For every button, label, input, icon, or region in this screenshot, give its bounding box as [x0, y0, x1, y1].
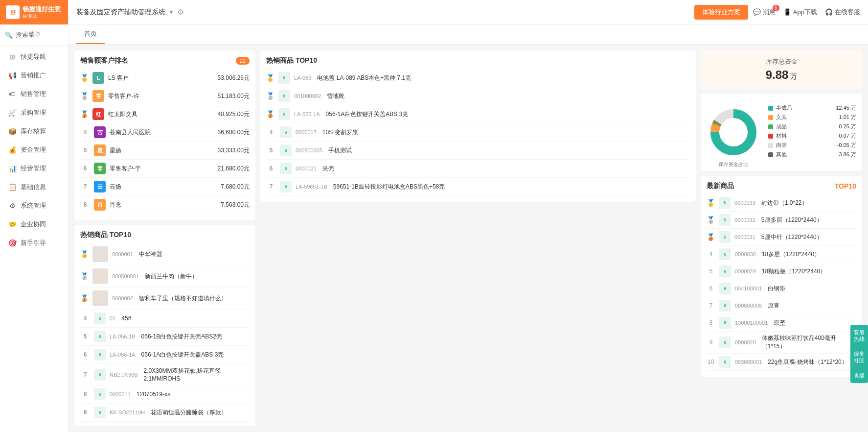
- home-icon: ⊞: [8, 52, 17, 61]
- sidebar-item-inventory-label: 库存核算: [21, 127, 46, 136]
- search-menu-label: 搜索菜单: [16, 30, 41, 39]
- hot-goods-middle-list: 🥇 6 LA-089 电池盖 LA-089 ABS本色+黑种 7.1克 🥈 6 …: [266, 69, 690, 196]
- online-service-button[interactable]: 🎧 在线客服: [825, 8, 860, 17]
- topbar-right: 💬 消息 6 📱 App下载 🎧 在线客服: [753, 8, 860, 17]
- customer-ranking-title: 销售额客户排名: [80, 56, 128, 65]
- sidebar-item-marketing[interactable]: 📢 营销推广: [0, 66, 68, 85]
- product-code: 0000021: [296, 166, 317, 171]
- sidebar-item-guide[interactable]: 🎯 新手引导: [0, 234, 68, 252]
- sidebar: 好 畅捷通好生意 标准版 🔍 搜索菜单 ⊞ 快捷导航 📢 营销推广 🏷 销售管理…: [0, 0, 69, 432]
- dropdown-icon[interactable]: ▼: [168, 9, 174, 16]
- product-code: 001000002: [294, 93, 321, 99]
- gear-icon[interactable]: ⚙: [177, 7, 184, 17]
- cs-hotline-button[interactable]: 客服热线: [850, 325, 868, 347]
- notice-button[interactable]: 💬 消息 6: [753, 8, 776, 17]
- operation-icon: 📊: [8, 164, 17, 173]
- donut-chart: 库存资金占比: [707, 105, 760, 159]
- product-code: 0000028: [735, 339, 756, 345]
- product-code: NB2.0X30B: [110, 372, 137, 378]
- product-thumb: 6: [280, 126, 292, 138]
- legend-name: 半成品: [776, 104, 833, 112]
- product-image: 6: [94, 369, 106, 381]
- sidebar-item-sales[interactable]: 🏷 销售管理: [0, 85, 68, 103]
- inventory-unit: 万: [790, 72, 797, 81]
- rank-number: 10: [707, 359, 715, 365]
- new-product-item: 🥉 6 0000031 5厘中纤（1220*2440）: [707, 229, 856, 246]
- app-download-button[interactable]: 📱 App下载: [783, 8, 817, 17]
- inventory-value: 9.88: [766, 68, 789, 82]
- product-name: 封边带（1.0*22）: [761, 199, 856, 207]
- product-name: 2.0X30MM双搓花轴,搓花直径2.1MM/ROHS: [143, 367, 250, 382]
- customer-ranking-header: 销售额客户排名 22: [80, 56, 250, 65]
- customer-avatar: 星: [94, 144, 106, 156]
- customer-value: 7,680.00元: [221, 183, 250, 191]
- main-area: 装备及固定资产辅助管理系统 ▼ ⚙ 体验行业方案 💬 消息 6 📱 App下载 …: [69, 0, 868, 432]
- trial-button[interactable]: 体验行业方案: [694, 5, 748, 20]
- product-thumb: 6: [719, 317, 731, 329]
- notice-badge: 6: [773, 5, 779, 11]
- logo-icon: 好: [6, 5, 20, 19]
- product-image: 6: [94, 349, 106, 360]
- product-name: 10S 变割罗浆: [322, 128, 690, 137]
- hot-product-item: 9 6 KK-SD22110H 花语萌恒温分腿睡袋（厚款）: [80, 404, 250, 422]
- product-code: 10000100001: [735, 320, 768, 326]
- content-area: 销售额客户排名 22 🥇 L LS 客户 53,006.26元 🥈 零 零售客户…: [69, 45, 868, 432]
- customer-rank-item: 6 零 零售客户-于 21,680.00元: [80, 160, 250, 178]
- sidebar-logo: 好 畅捷通好生意 标准版: [0, 0, 68, 24]
- rank-number: 4: [80, 127, 90, 137]
- product-name: 雪地靴: [327, 92, 690, 100]
- hot-product-item: 4 6 01 45#: [80, 310, 250, 328]
- customer-ranking-card: 销售额客户排名 22 🥇 L LS 客户 53,006.26元 🥈 零 零售客户…: [74, 50, 255, 220]
- sidebar-item-inventory[interactable]: 📦 库存核算: [0, 122, 68, 141]
- customer-avatar: 苦: [94, 126, 106, 138]
- product-code: 000500001: [112, 273, 139, 279]
- logo-sub-text: 标准版: [23, 13, 61, 19]
- new-product-item: 🥈 6 0000032 5厘多层（1220*2440）: [707, 212, 856, 229]
- product-thumb: 6: [280, 163, 292, 174]
- cs-live-button[interactable]: 直播: [850, 368, 868, 383]
- product-name: 原垄: [774, 319, 856, 327]
- sidebar-item-system[interactable]: ⚙ 系统管理: [0, 196, 68, 215]
- product-code: 0000011: [110, 391, 131, 397]
- legend-item: 半成品 12.45 万: [768, 104, 856, 112]
- product-name: 手机测试: [328, 146, 690, 155]
- phone-icon: 📱: [783, 8, 791, 16]
- customer-avatar: 肖: [94, 199, 106, 211]
- new-product-item: 🥇 6 0000033 封边带（1.0*22）: [707, 194, 856, 212]
- sidebar-item-sales-label: 销售管理: [21, 90, 46, 98]
- customer-name: 苍南县人民医院: [110, 128, 214, 137]
- search-menu-button[interactable]: 🔍 搜索菜单: [5, 28, 63, 41]
- product-code: LA-056-1B: [110, 334, 136, 339]
- rank-number: 8: [80, 389, 90, 399]
- sidebar-item-cooperate[interactable]: 🤝 企业协同: [0, 215, 68, 234]
- customer-value: 7,563.00元: [221, 201, 250, 209]
- sidebar-item-purchase[interactable]: 🛒 采购管理: [0, 103, 68, 122]
- sidebar-item-guide-label: 新手引导: [21, 239, 46, 247]
- sidebar-item-base[interactable]: 📋 基础信息: [0, 178, 68, 196]
- product-name: 体嫩荔枝味苏打饮品400毫升（1*15）: [762, 334, 856, 351]
- customer-rank-item: 5 星 星扬 33,333.00元: [80, 142, 250, 160]
- inventory-label: 库存总资金: [708, 57, 855, 66]
- hot-goods-middle-item: 4 6 0000017 10S 变割罗浆: [266, 123, 690, 142]
- legend-color-dot: [768, 106, 773, 111]
- logo-main-text: 畅捷通好生意: [23, 5, 61, 13]
- legend-item: 肉类 -0.05 万: [768, 142, 856, 149]
- sidebar-item-operation[interactable]: 📊 经营管理: [0, 159, 68, 178]
- customer-name: LS 客户: [108, 74, 214, 82]
- new-product-item: 5 6 0000029 18颗粒板（1220*2440）: [707, 263, 856, 280]
- tab-home[interactable]: 首页: [76, 24, 105, 44]
- product-name: 智利车子里（规格不知道填什么）: [139, 294, 250, 303]
- cs-community-button[interactable]: 服务社区: [850, 346, 868, 368]
- sidebar-item-home[interactable]: ⊞ 快捷导航: [0, 48, 68, 66]
- customer-name: 肖念: [110, 201, 217, 209]
- product-code: 000800005: [296, 147, 322, 153]
- medal-icon: 🥇: [266, 74, 274, 82]
- hot-goods-middle-item: 7 6 LA-59651-1B 59651-1B旋转投影灯电池盒ABS黑色+58…: [266, 178, 690, 196]
- rank-number: 7: [266, 182, 276, 192]
- new-products-badge: TOP10: [835, 182, 856, 190]
- customer-value: 33,333.00元: [218, 146, 250, 155]
- left-panel: 销售额客户排名 22 🥇 L LS 客户 53,006.26元 🥈 零 零售客户…: [74, 50, 255, 426]
- hot-products-header: 热销商品 TOP10: [80, 231, 250, 240]
- sidebar-item-finance[interactable]: 💰 资金管理: [0, 141, 68, 159]
- product-code: 0000032: [734, 217, 755, 223]
